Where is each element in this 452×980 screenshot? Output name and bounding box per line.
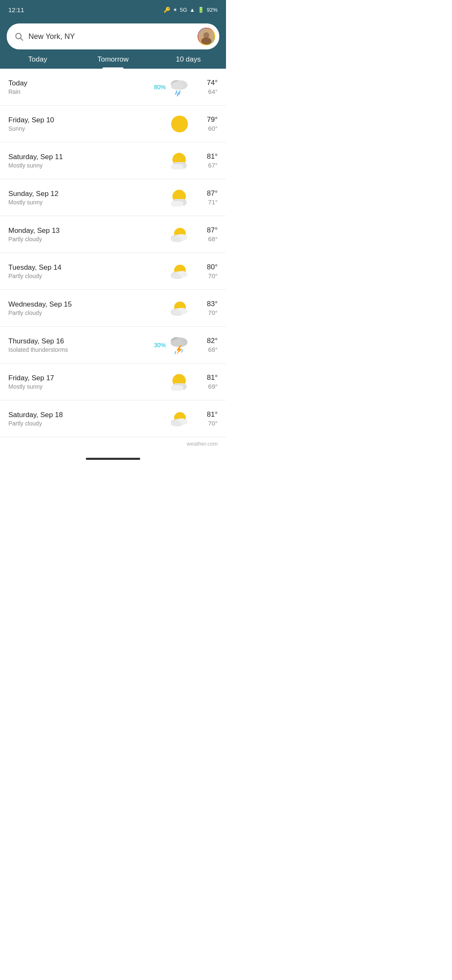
avatar[interactable] xyxy=(198,28,215,45)
home-indicator xyxy=(0,454,226,466)
temp-high: 82° xyxy=(197,337,218,345)
temp-low: 68° xyxy=(197,346,218,353)
weather-icon xyxy=(167,333,192,357)
temp-low: 67° xyxy=(197,162,218,169)
weather-row[interactable]: Wednesday, Sep 15 Partly cloudy 83° 70° xyxy=(0,290,226,327)
weather-row[interactable]: Today Rain 80% 74° 64° xyxy=(0,69,226,106)
temp-high: 87° xyxy=(197,226,218,235)
search-location: New York, NY xyxy=(28,32,193,41)
precip-percent: 30% xyxy=(154,342,166,348)
temp-low: 71° xyxy=(197,199,218,206)
row-middle: 30% xyxy=(154,333,192,357)
status-bar: 12:11 🔑 ✶ 5G ▲ 🔋 92% xyxy=(0,0,226,18)
row-left: Saturday, Sep 11 Mostly sunny xyxy=(8,153,167,169)
svg-line-8 xyxy=(176,91,177,94)
row-day: Friday, Sep 10 xyxy=(8,116,167,124)
row-left: Friday, Sep 17 Mostly sunny xyxy=(8,374,167,390)
temp-high: 74° xyxy=(197,79,218,87)
temp-high: 81° xyxy=(197,374,218,382)
weather-row[interactable]: Monday, Sep 13 Partly cloudy 87° 68° xyxy=(0,216,226,253)
network-label: 5G xyxy=(180,7,187,13)
weather-row[interactable]: Saturday, Sep 11 Mostly sunny 81° 67° xyxy=(0,142,226,179)
weather-row[interactable]: Thursday, Sep 16 Isolated thunderstorms … xyxy=(0,327,226,364)
row-temps: 74° 64° xyxy=(197,79,218,95)
row-left: Monday, Sep 13 Partly cloudy xyxy=(8,227,167,242)
svg-line-10 xyxy=(177,93,178,96)
weather-icon xyxy=(167,407,192,431)
row-condition: Partly cloudy xyxy=(8,420,167,427)
row-condition: Mostly sunny xyxy=(8,162,167,169)
svg-rect-14 xyxy=(171,164,183,170)
svg-rect-17 xyxy=(171,201,183,206)
weather-row[interactable]: Tuesday, Sep 14 Partly cloudy 80° 70° xyxy=(0,253,226,290)
row-condition: Partly cloudy xyxy=(8,273,167,279)
svg-point-42 xyxy=(171,420,181,426)
row-day: Tuesday, Sep 14 xyxy=(8,263,167,272)
row-middle xyxy=(167,407,192,431)
row-middle xyxy=(167,259,192,284)
row-middle xyxy=(167,112,192,136)
tab-bar: Today Tomorrow 10 days xyxy=(0,49,226,69)
svg-line-34 xyxy=(175,351,176,354)
row-day: Saturday, Sep 18 xyxy=(8,411,167,419)
home-bar xyxy=(86,458,140,460)
row-day: Wednesday, Sep 15 xyxy=(8,300,167,309)
row-middle xyxy=(167,370,192,394)
row-left: Sunday, Sep 12 Mostly sunny xyxy=(8,190,167,206)
svg-point-7 xyxy=(171,82,182,90)
temp-high: 80° xyxy=(197,263,218,271)
temp-low: 70° xyxy=(197,420,218,427)
row-condition: Isolated thunderstorms xyxy=(8,346,154,353)
row-temps: 80° 70° xyxy=(197,263,218,279)
search-bar[interactable]: New York, NY xyxy=(7,23,219,49)
temp-high: 83° xyxy=(197,300,218,308)
row-left: Saturday, Sep 18 Partly cloudy xyxy=(8,411,167,427)
row-middle: 80% xyxy=(154,75,192,99)
weather-row[interactable]: Sunday, Sep 12 Mostly sunny 87° 71° xyxy=(0,179,226,216)
row-day: Sunday, Sep 12 xyxy=(8,190,167,198)
row-day: Thursday, Sep 16 xyxy=(8,337,154,346)
row-temps: 81° 69° xyxy=(197,374,218,390)
weather-row[interactable]: Friday, Sep 10 Sunny 79° 60° xyxy=(0,106,226,142)
weather-icon xyxy=(167,149,192,173)
row-day: Saturday, Sep 11 xyxy=(8,153,167,161)
temp-low: 70° xyxy=(197,272,218,279)
bluetooth-icon: ✶ xyxy=(173,7,177,13)
weather-icon xyxy=(167,75,192,99)
tab-10days[interactable]: 10 days xyxy=(151,55,226,69)
row-left: Friday, Sep 10 Sunny xyxy=(8,116,167,132)
row-temps: 83° 70° xyxy=(197,300,218,316)
svg-point-25 xyxy=(171,273,181,279)
row-middle xyxy=(167,296,192,320)
row-condition: Partly cloudy xyxy=(8,236,167,242)
row-temps: 81° 67° xyxy=(197,152,218,169)
signal-icon: ▲ xyxy=(190,7,195,13)
row-middle xyxy=(167,149,192,173)
temp-high: 81° xyxy=(197,152,218,161)
temp-low: 69° xyxy=(197,383,218,390)
status-icons: 🔑 ✶ 5G ▲ 🔋 92% xyxy=(164,7,218,13)
svg-line-1 xyxy=(21,38,23,40)
temp-low: 64° xyxy=(197,88,218,95)
temp-low: 70° xyxy=(197,309,218,316)
svg-point-11 xyxy=(171,116,188,132)
svg-point-21 xyxy=(171,236,181,242)
tab-today[interactable]: Today xyxy=(0,55,75,69)
tab-tomorrow[interactable]: Tomorrow xyxy=(75,55,151,69)
row-condition: Rain xyxy=(8,88,154,95)
weather-icon xyxy=(167,259,192,284)
weather-icon xyxy=(167,112,192,136)
search-bar-area: New York, NY xyxy=(0,18,226,49)
precip-percent: 80% xyxy=(154,84,166,90)
battery-level: 92% xyxy=(207,7,218,13)
row-temps: 87° 71° xyxy=(197,189,218,206)
row-temps: 81° 70° xyxy=(197,410,218,427)
svg-point-3 xyxy=(203,32,209,38)
avatar-image xyxy=(198,28,214,44)
weather-icon xyxy=(167,222,192,247)
weather-row[interactable]: Friday, Sep 17 Mostly sunny 81° 69° xyxy=(0,364,226,400)
weather-icon xyxy=(167,296,192,320)
svg-point-29 xyxy=(171,310,181,316)
weather-row[interactable]: Saturday, Sep 18 Partly cloudy 81° 70° xyxy=(0,400,226,437)
row-left: Tuesday, Sep 14 Partly cloudy xyxy=(8,263,167,279)
